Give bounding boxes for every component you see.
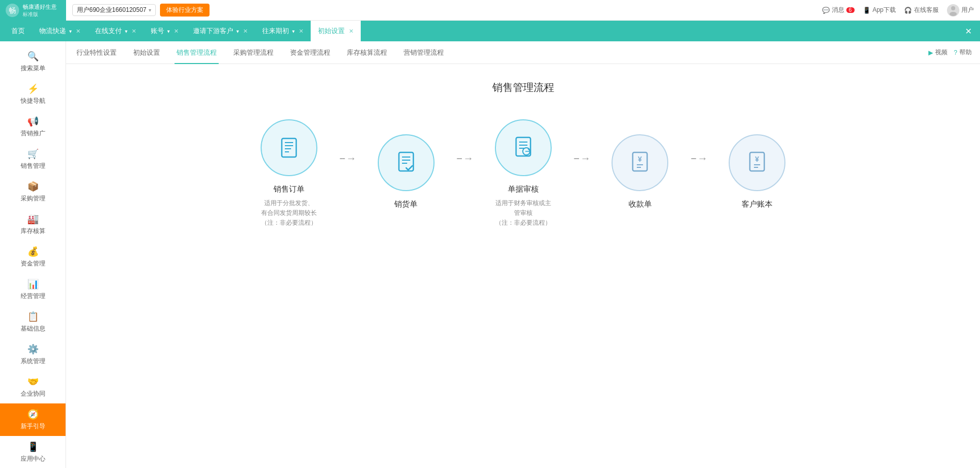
close-icon[interactable]: ✕	[243, 28, 248, 35]
flow-step-receipt: ¥ 收款单	[593, 134, 686, 213]
svg-point-3	[950, 12, 957, 16]
sales-icon: 🛒	[27, 148, 39, 160]
sidebar-item-operations[interactable]: 📊 经营管理	[0, 273, 66, 306]
sidebar-item-quick[interactable]: ⚡ 快捷导航	[0, 78, 66, 111]
user-avatar[interactable]: 用户	[947, 4, 974, 17]
svg-text:畅: 畅	[9, 6, 16, 14]
video-link[interactable]: ▶ 视频	[928, 48, 947, 57]
guide-icon: 🧭	[27, 409, 39, 420]
close-icon[interactable]: ✕	[76, 28, 81, 35]
step-circle-customer-account[interactable]: ¥	[729, 134, 785, 191]
sub-tab-marketing-flow[interactable]: 营销管理流程	[401, 41, 446, 64]
tab-payment[interactable]: 在线支付 ▾ ✕	[88, 21, 143, 41]
help-icon: ?	[954, 49, 957, 56]
chevron-down-icon: ▾	[125, 28, 127, 34]
sub-tab-finance-flow[interactable]: 资金管理流程	[288, 41, 332, 64]
sidebar-item-apps[interactable]: 📱 应用中心	[0, 436, 66, 468]
close-all-button[interactable]: ✕	[961, 26, 976, 36]
arrow-3: -- →	[574, 152, 590, 164]
flow-step-sales-invoice: 销货单	[360, 134, 453, 213]
tab-period[interactable]: 往来期初 ▾ ✕	[255, 21, 311, 41]
sub-tab-sales-flow[interactable]: 销售管理流程	[174, 41, 219, 64]
step-label-sales-invoice: 销货单	[394, 199, 417, 209]
step-label-sales-order: 销售订单	[274, 184, 304, 194]
chevron-down-icon: ▾	[236, 28, 239, 34]
online-service-button[interactable]: 🎧 在线客服	[904, 6, 939, 14]
arrow-4: -- →	[690, 152, 706, 164]
sidebar-item-collab[interactable]: 🤝 企业协同	[0, 371, 66, 403]
finance-icon: 💰	[27, 246, 39, 257]
user-label: 用户690企业1660120507	[77, 6, 147, 14]
avatar-icon	[947, 4, 959, 17]
flow-step-sales-order: 销售订单 适用于分批发货、有合同发货周期较长（注：非必要流程）	[243, 119, 335, 228]
tab-logistics[interactable]: 物流快递 ▾ ✕	[32, 21, 88, 41]
app-title: 畅康通好生意 标准版	[23, 3, 57, 17]
close-icon[interactable]: ✕	[299, 28, 303, 35]
download-icon: 📱	[863, 7, 871, 14]
message-badge: 6	[846, 7, 855, 13]
video-icon: ▶	[928, 49, 933, 56]
search-icon: 🔍	[27, 51, 39, 62]
operations-icon: 📊	[27, 278, 39, 290]
sub-tab-init[interactable]: 初始设置	[131, 41, 162, 64]
tab-home[interactable]: 首页	[4, 21, 32, 41]
sub-tab-inventory-flow[interactable]: 库存核算流程	[345, 41, 389, 64]
step-desc-audit: 适用于财务审核或主管审核（注：非必要流程）	[495, 198, 551, 228]
inventory-icon: 🏭	[27, 213, 39, 225]
help-link[interactable]: ? 帮助	[954, 48, 972, 57]
svg-rect-4	[282, 138, 296, 157]
app-download-button[interactable]: 📱 App下载	[863, 6, 896, 14]
step-circle-audit[interactable]	[495, 119, 552, 176]
arrow-1: -- →	[340, 152, 356, 164]
sidebar-item-guide[interactable]: 🧭 新手引导	[0, 403, 66, 436]
sub-tab-purchase-flow[interactable]: 采购管理流程	[231, 41, 276, 64]
tab-init-settings[interactable]: 初始设置 ✕	[311, 21, 361, 41]
sidebar-item-basic[interactable]: 📋 基础信息	[0, 306, 66, 338]
close-icon[interactable]: ✕	[132, 28, 136, 35]
step-circle-sales-order[interactable]	[261, 119, 317, 176]
close-icon[interactable]: ✕	[349, 28, 354, 35]
flow-content: 销售管理流程 销售订单	[66, 64, 980, 468]
message-icon: 💬	[822, 7, 830, 14]
message-button[interactable]: 💬 消息 6	[822, 6, 855, 14]
quick-icon: ⚡	[27, 83, 39, 95]
chevron-down-icon: ▾	[149, 7, 151, 13]
flow-row: 销售订单 适用于分批发货、有合同发货周期较长（注：非必要流程） -- →	[87, 119, 959, 228]
sidebar-item-inventory[interactable]: 🏭 库存核算	[0, 208, 66, 241]
sub-tabs-bar: 行业特性设置 初始设置 销售管理流程 采购管理流程 资金管理流程 库存核算流程	[66, 41, 980, 64]
step-circle-sales-invoice[interactable]	[378, 134, 435, 191]
sidebar-item-system[interactable]: ⚙️ 系统管理	[0, 338, 66, 371]
step-circle-receipt[interactable]: ¥	[612, 134, 668, 191]
sidebar-item-marketing[interactable]: 📢 营销推广	[0, 111, 66, 143]
step-label-receipt: 收款单	[629, 199, 652, 209]
sidebar: 🔍 搜索菜单 ⚡ 快捷导航 📢 营销推广 🛒 销售管理 📦 采购管理 🏭	[0, 41, 66, 468]
sidebar-item-purchase[interactable]: 📦 采购管理	[0, 176, 66, 208]
trial-button[interactable]: 体验行业方案	[160, 4, 210, 17]
sidebar-item-sales[interactable]: 🛒 销售管理	[0, 143, 66, 176]
step-desc-sales-order: 适用于分批发货、有合同发货周期较长（注：非必要流程）	[261, 198, 317, 228]
step-label-customer-account: 客户账本	[742, 199, 773, 209]
flow-step-customer-account: ¥ 客户账本	[711, 134, 804, 213]
nav-tabs-bar: 首页 物流快递 ▾ ✕ 在线支付 ▾ ✕ 账号 ▾ ✕ 邀请下游客户 ▾ ✕ 往…	[0, 21, 980, 41]
close-icon[interactable]: ✕	[174, 28, 179, 35]
tab-account[interactable]: 账号 ▾ ✕	[143, 21, 186, 41]
svg-text:¥: ¥	[755, 155, 759, 163]
user-selector[interactable]: 用户690企业1660120507 ▾	[72, 4, 156, 16]
tab-invite[interactable]: 邀请下游客户 ▾ ✕	[186, 21, 255, 41]
service-icon: 🎧	[904, 7, 912, 14]
purchase-icon: 📦	[27, 181, 39, 192]
basic-icon: 📋	[27, 311, 39, 322]
apps-icon: 📱	[27, 441, 39, 453]
svg-point-2	[951, 6, 955, 10]
flow-title: 销售管理流程	[87, 81, 959, 95]
chevron-down-icon: ▾	[69, 28, 72, 34]
chevron-down-icon: ▾	[167, 28, 170, 34]
flow-step-audit: 单据审核 适用于财务审核或主管审核（注：非必要流程）	[477, 119, 570, 228]
app-logo: 畅	[5, 3, 20, 18]
arrow-2: -- →	[457, 152, 473, 164]
sub-tab-industry[interactable]: 行业特性设置	[74, 41, 119, 64]
svg-text:¥: ¥	[638, 155, 642, 163]
collab-icon: 🤝	[27, 376, 39, 387]
sidebar-item-search[interactable]: 🔍 搜索菜单	[0, 45, 66, 78]
sidebar-item-finance[interactable]: 💰 资金管理	[0, 241, 66, 273]
